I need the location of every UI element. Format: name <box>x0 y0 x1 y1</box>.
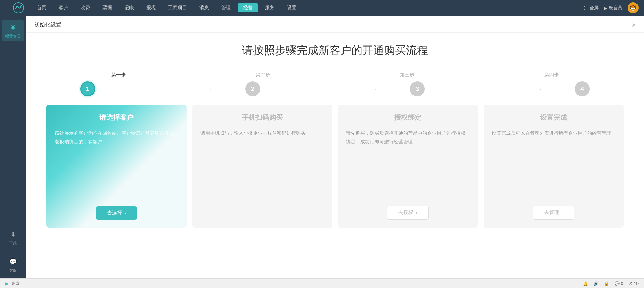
nav-item-industry[interactable]: 工商项目 <box>163 3 193 12</box>
steps-labels-row: 第一步 第二步 第三步 第四步 <box>46 72 624 78</box>
fullscreen-button[interactable]: ⛶ 全屏 <box>584 5 599 11</box>
sidebar-support-label: 客服 <box>9 268 17 273</box>
main-content: 初始化设置 × 请按照步骤完成新客户的开通购买流程 第一步 第二步 第三步 第四… <box>26 16 644 278</box>
step-label-2: 第二步 <box>191 72 335 78</box>
status-timer: ⏱ 10 <box>629 281 639 286</box>
fullscreen-label: 全屏 <box>590 5 599 11</box>
steps-circles-row: 1 › 2 › 3 › 4 <box>46 81 624 96</box>
go-select-label: 去选择 <box>107 210 122 216</box>
fullscreen-icon: ⛶ <box>584 5 588 11</box>
status-bar: ▶ 完成 🔔 🔊 🔒 💬 0 ⏱ 10 <box>0 278 644 288</box>
page-title: 初始化设置 <box>34 21 61 28</box>
step-cell-4: 4 <box>541 81 624 96</box>
nav-item-message[interactable]: 消息 <box>194 3 214 12</box>
card-body-3: 请先购买，购买后选择开通的产品中的企业用户进行授权绑定，成功后即可进行经营管理 <box>346 129 470 199</box>
nav-item-account[interactable]: 记账 <box>119 3 139 12</box>
connector-3 <box>459 89 541 89</box>
step-card-2: 手机扫码购买 请用手机扫码，输入小微企业主账号密码进行购买 <box>192 105 333 228</box>
step-card-4: 设置完成 设置完成后可以在管理列表进行所有企业用户的经营管理 去管理 › <box>484 105 624 228</box>
close-button[interactable]: × <box>632 22 636 28</box>
nav-item-tax[interactable]: 报税 <box>141 3 161 12</box>
nav-item-customer[interactable]: 客户 <box>53 3 74 12</box>
step-card-1: 请选择客户 该处展示的客户为不在回收站、客户状态正常建账后完成老板端绑定的所有客… <box>46 105 187 228</box>
status-lock-icon: 🔒 <box>604 281 609 286</box>
nav-item-home[interactable]: 首页 <box>31 3 52 12</box>
step-cell-1: 1 <box>46 81 129 96</box>
step-circle-2: 2 <box>245 81 260 96</box>
status-left: ▶ 完成 <box>5 280 19 286</box>
card-title-2: 手机扫码购买 <box>200 113 324 122</box>
step-cell-3: 3 <box>376 81 459 96</box>
nav-items: 首页 客户 收费 票据 记账 报税 工商项目 消息 管理 经营 服务 设置 <box>31 3 584 12</box>
status-message-count: 💬 0 <box>615 281 623 286</box>
operation-icon: ¥ <box>8 23 18 32</box>
card-body-2: 请用手机扫码，输入小微企业主账号密码进行购买 <box>200 129 324 213</box>
status-bell-icon: 🔔 <box>583 281 588 286</box>
step-label-1: 第一步 <box>46 72 191 78</box>
card-footer-3: 去授权 › <box>346 206 470 220</box>
step-cell-2: 2 <box>211 81 294 96</box>
step-cards: 请选择客户 该处展示的客户为不在回收站、客户状态正常建账后完成老板端绑定的所有客… <box>46 105 624 228</box>
status-play-icon: ▶ <box>5 281 9 286</box>
sidebar-item-label: 经营管理 <box>5 34 20 39</box>
card-footer-4: 去管理 › <box>492 206 616 220</box>
card-title-1: 请选择客户 <box>55 113 179 122</box>
sidebar: ¥ 经营管理 ⬇ 下载 💬 客服 <box>0 16 26 278</box>
sidebar-item-operation[interactable]: ¥ 经营管理 <box>2 20 24 41</box>
connector-1 <box>129 89 212 89</box>
go-auth-button[interactable]: 去授权 › <box>387 206 429 220</box>
go-select-button[interactable]: 去选择 › <box>96 206 137 220</box>
step-label-4: 第四步 <box>479 72 624 78</box>
play-icon: ▶ <box>604 5 607 11</box>
step-circle-4: 4 <box>575 81 590 96</box>
steps-indicator: 第一步 第二步 第三步 第四步 1 › 2 › <box>46 72 624 96</box>
go-manage-arrow: › <box>561 210 563 215</box>
go-manage-button[interactable]: 去管理 › <box>533 206 574 220</box>
wizard-container: 请按照步骤完成新客户的开通购买流程 第一步 第二步 第三步 第四步 1 › <box>26 33 644 238</box>
connector-2 <box>294 89 377 89</box>
card-footer-1: 去选择 › <box>55 206 179 220</box>
step-label-3: 第三步 <box>335 72 479 78</box>
wizard-main-title: 请按照步骤完成新客户的开通购买流程 <box>46 43 624 58</box>
nav-item-settings[interactable]: 设置 <box>281 3 302 12</box>
main-layout: ¥ 经营管理 ⬇ 下载 💬 客服 初始化设置 × 请按照步骤完成新客户的开通购买… <box>0 16 644 278</box>
vip-button[interactable]: ▶ 畅会员 <box>604 5 622 11</box>
card-title-3: 授权绑定 <box>346 113 470 122</box>
step-circle-3: 3 <box>410 81 425 96</box>
card-body-4: 设置完成后可以在管理列表进行所有企业用户的经营管理 <box>492 129 616 199</box>
sidebar-download-label: 下载 <box>9 241 17 246</box>
step-circle-1: 1 <box>80 81 95 96</box>
nav-item-service[interactable]: 服务 <box>260 3 280 12</box>
nav-item-fee[interactable]: 收费 <box>75 3 96 12</box>
go-select-arrow: › <box>124 210 126 216</box>
status-text: 完成 <box>11 280 19 286</box>
nav-item-operation[interactable]: 经营 <box>238 3 258 12</box>
nav-item-bill[interactable]: 票据 <box>97 3 117 12</box>
user-avatar[interactable]: 🐯 <box>628 2 639 13</box>
go-auth-label: 去授权 <box>398 209 414 216</box>
step-card-3: 授权绑定 请先购买，购买后选择开通的产品中的企业用户进行授权绑定，成功后即可进行… <box>338 105 478 228</box>
nav-logo <box>5 2 31 13</box>
card-title-4: 设置完成 <box>492 113 616 122</box>
status-right: 🔔 🔊 🔒 💬 0 ⏱ 10 <box>583 281 639 286</box>
card-body-1: 该处展示的客户为不在回收站、客户状态正常建账后完成老板端绑定的所有客户 <box>55 129 179 199</box>
page-header: 初始化设置 × <box>26 16 644 33</box>
nav-right: ⛶ 全屏 ▶ 畅会员 🐯 <box>584 2 639 13</box>
top-nav: 首页 客户 收费 票据 记账 报税 工商项目 消息 管理 经营 服务 设置 ⛶ … <box>0 0 644 16</box>
go-manage-label: 去管理 <box>544 209 559 216</box>
go-auth-arrow: › <box>416 210 417 215</box>
nav-item-manage[interactable]: 管理 <box>216 3 236 12</box>
sidebar-item-support[interactable]: 💬 客服 <box>2 254 24 276</box>
vip-label: 畅会员 <box>609 5 622 11</box>
support-icon: 💬 <box>8 257 18 266</box>
sidebar-item-download[interactable]: ⬇ 下载 <box>2 227 24 249</box>
download-icon: ⬇ <box>8 230 18 239</box>
status-volume-icon: 🔊 <box>593 281 599 286</box>
